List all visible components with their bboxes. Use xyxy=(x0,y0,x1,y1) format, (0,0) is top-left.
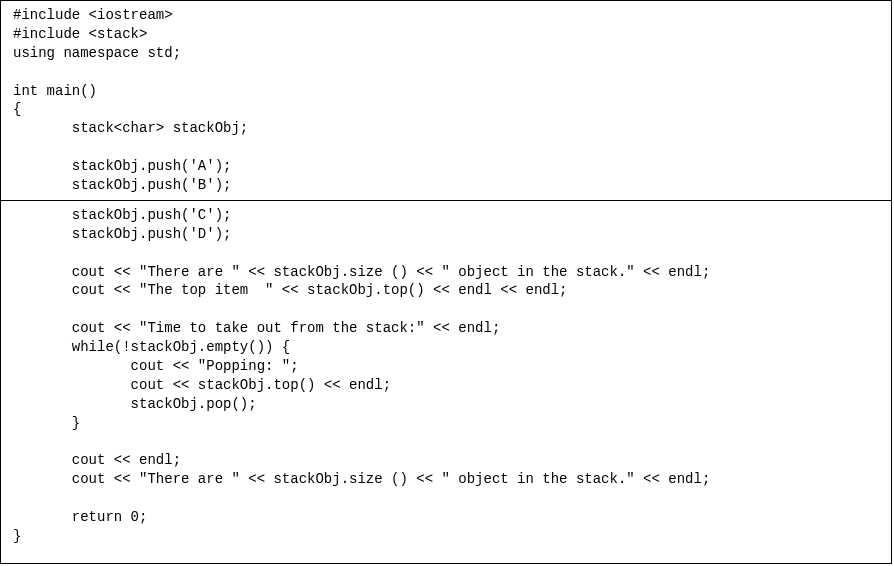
code-line: #include <iostream> xyxy=(13,6,891,25)
code-line: stackObj.push('A'); xyxy=(13,157,891,176)
code-line: stackObj.push('C'); xyxy=(13,206,891,225)
code-block: #include <iostream> #include <stack> usi… xyxy=(0,0,892,564)
code-line: cout << "Time to take out from the stack… xyxy=(13,319,891,338)
code-line xyxy=(13,300,891,319)
code-line: using namespace std; xyxy=(13,44,891,63)
code-line xyxy=(13,433,891,452)
code-line: stack<char> stackObj; xyxy=(13,119,891,138)
code-line: cout << "The top item " << stackObj.top(… xyxy=(13,281,891,300)
code-section-bottom: stackObj.push('C'); stackObj.push('D'); … xyxy=(1,201,891,551)
code-line xyxy=(13,138,891,157)
code-line: cout << "Popping: "; xyxy=(13,357,891,376)
code-line: cout << stackObj.top() << endl; xyxy=(13,376,891,395)
code-line: cout << endl; xyxy=(13,451,891,470)
code-line: { xyxy=(13,100,891,119)
code-line: while(!stackObj.empty()) { xyxy=(13,338,891,357)
code-line: cout << "There are " << stackObj.size ()… xyxy=(13,470,891,489)
code-line: } xyxy=(13,527,891,546)
code-line: stackObj.pop(); xyxy=(13,395,891,414)
code-section-top: #include <iostream> #include <stack> usi… xyxy=(1,1,891,201)
code-line: int main() xyxy=(13,82,891,101)
code-line: stackObj.push('D'); xyxy=(13,225,891,244)
code-line xyxy=(13,63,891,82)
code-line xyxy=(13,244,891,263)
code-line: stackObj.push('B'); xyxy=(13,176,891,195)
code-line: cout << "There are " << stackObj.size ()… xyxy=(13,263,891,282)
code-line: #include <stack> xyxy=(13,25,891,44)
code-line xyxy=(13,489,891,508)
code-line: } xyxy=(13,414,891,433)
code-line: return 0; xyxy=(13,508,891,527)
